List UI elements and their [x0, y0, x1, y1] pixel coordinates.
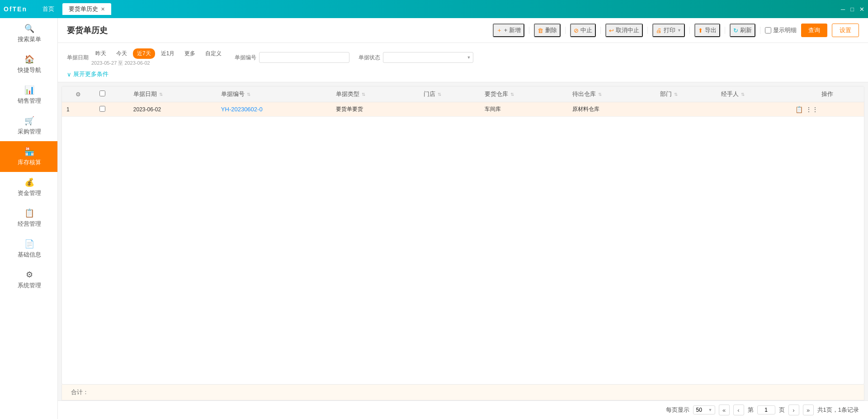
quick-nav-icon: 🏠 — [24, 54, 34, 64]
inventory-icon: 🏪 — [24, 147, 34, 157]
column-settings-icon[interactable]: ⚙ — [75, 91, 81, 98]
th-doc-no[interactable]: 单据编号 ⇅ — [217, 86, 331, 102]
edit-action-icon[interactable]: ⋮⋮ — [806, 106, 818, 113]
expand-more-btn[interactable]: ∨ 展开更多条件 — [67, 70, 859, 78]
doc-status-select[interactable] — [383, 52, 473, 63]
th-date[interactable]: 单据日期 ⇅ — [129, 86, 217, 102]
sidebar-item-basic-info[interactable]: 📄 基础信息 — [0, 233, 57, 264]
sort-date-icon: ⇅ — [159, 92, 163, 97]
sidebar-item-inventory[interactable]: 🏪 库存核算 — [0, 141, 57, 172]
doc-number-filter: 单据编号 — [235, 52, 349, 63]
show-detail-toggle[interactable]: 显示明细 — [765, 26, 797, 34]
sidebar: 🔍 搜索菜单 🏠 快捷导航 📊 销售管理 🛒 采购管理 🏪 库存核算 💰 资金管… — [0, 18, 58, 419]
date-filter-btns: 昨天 今天 近7天 近1月 更多 自定义 — [91, 48, 226, 59]
refresh-icon: ↻ — [733, 27, 738, 34]
cell-date: 2023-06-02 — [129, 102, 217, 117]
new-button[interactable]: ＋ + 新增 — [493, 24, 524, 37]
page-suffix: 页 — [779, 406, 785, 414]
cell-store — [419, 102, 480, 117]
sales-icon: 📊 — [24, 85, 34, 95]
delete-button[interactable]: 🗑 删除 — [534, 24, 561, 37]
sidebar-item-purchase[interactable]: 🛒 采购管理 — [0, 110, 57, 141]
page-size-select[interactable]: 10 20 50 100 — [693, 405, 715, 414]
refresh-button[interactable]: ↻ 刷新 — [730, 24, 755, 37]
data-table: ⚙ 单据日期 ⇅ 单据编号 ⇅ — [62, 86, 864, 117]
cell-index: 1 — [62, 102, 95, 117]
table-header-row: ⚙ 单据日期 ⇅ 单据编号 ⇅ — [62, 86, 864, 102]
doc-no-link[interactable]: YH-20230602-0 — [221, 106, 263, 113]
view-action-icon[interactable]: 📋 — [795, 106, 803, 113]
query-button[interactable]: 查询 — [801, 24, 827, 37]
close-button[interactable]: ✕ — [859, 6, 864, 13]
summary-label: 合计： — [71, 389, 89, 395]
tab-home[interactable]: 首页 — [36, 3, 61, 15]
maximize-button[interactable]: □ — [850, 6, 854, 13]
date-yesterday-btn[interactable]: 昨天 — [91, 48, 110, 59]
page-size-wrapper: 10 20 50 100 — [693, 405, 715, 414]
cancel-stop-button[interactable]: ↩ 取消中止 — [605, 24, 643, 37]
doc-number-input[interactable] — [259, 52, 349, 63]
sidebar-item-search-menu[interactable]: 🔍 搜索菜单 — [0, 18, 57, 49]
date-filter-label: 单据日期 — [67, 54, 89, 62]
cell-doc-type: 要货单要货 — [331, 102, 419, 117]
table-wrapper: ⚙ 单据日期 ⇅ 单据编号 ⇅ — [61, 86, 864, 385]
date-1month-btn[interactable]: 近1月 — [157, 48, 179, 59]
cell-dept — [656, 102, 717, 117]
doc-status-label: 单据状态 — [359, 54, 380, 62]
main-layout: 🔍 搜索菜单 🏠 快捷导航 📊 销售管理 🛒 采购管理 🏪 库存核算 💰 资金管… — [0, 18, 868, 419]
show-detail-checkbox[interactable] — [765, 27, 771, 33]
date-7days-btn[interactable]: 近7天 — [133, 48, 155, 59]
settings-button[interactable]: 设置 — [832, 24, 859, 37]
page-next-btn[interactable]: › — [788, 405, 799, 415]
page-prev-btn[interactable]: ‹ — [733, 405, 744, 415]
th-req-warehouse[interactable]: 要货仓库 ⇅ — [480, 86, 568, 102]
stop-icon: ⊘ — [574, 27, 579, 34]
page-label: 第 — [748, 406, 754, 414]
finance-icon: 💰 — [24, 177, 34, 187]
page-size-label: 每页显示 — [666, 406, 689, 414]
date-custom-btn[interactable]: 自定义 — [201, 48, 226, 59]
row-checkbox[interactable] — [99, 106, 105, 112]
th-handler[interactable]: 经手人 ⇅ — [717, 86, 791, 102]
content-area: 要货单历史 ＋ + 新增 🗑 删除 ⊘ 中止 ↩ — [58, 18, 868, 419]
cell-actions: 📋 ⋮⋮ — [791, 102, 864, 117]
cell-req-warehouse: 车间库 — [480, 102, 568, 117]
cell-doc-no: YH-20230602-0 — [217, 102, 331, 117]
search-menu-icon: 🔍 — [24, 24, 34, 33]
print-button[interactable]: 🖨 打印 ▼ — [652, 24, 685, 37]
filter-bar: 单据日期 昨天 今天 近7天 近1月 更多 自定义 2023-05-27 至 2… — [58, 43, 868, 82]
sort-pending-warehouse-icon: ⇅ — [598, 92, 602, 97]
th-pending-warehouse[interactable]: 待出仓库 ⇅ — [568, 86, 656, 102]
sort-dept-icon: ⇅ — [674, 92, 678, 97]
page-header: 要货单历史 ＋ + 新增 🗑 删除 ⊘ 中止 ↩ — [58, 18, 868, 43]
th-store[interactable]: 门店 ⇅ — [419, 86, 480, 102]
date-range-text: 2023-05-27 至 2023-06-02 — [91, 60, 226, 67]
sidebar-item-finance[interactable]: 💰 资金管理 — [0, 172, 57, 203]
th-checkbox — [95, 86, 129, 102]
sidebar-item-sales[interactable]: 📊 销售管理 — [0, 80, 57, 110]
page-number-input[interactable] — [757, 405, 775, 414]
minimize-button[interactable]: ─ — [841, 6, 845, 13]
date-filter-item: 单据日期 昨天 今天 近7天 近1月 更多 自定义 2023-05-27 至 2… — [67, 48, 226, 67]
date-more-btn[interactable]: 更多 — [180, 48, 199, 59]
export-button[interactable]: ⬆ 导出 — [694, 24, 720, 37]
select-all-checkbox[interactable] — [99, 90, 105, 96]
date-today-btn[interactable]: 今天 — [112, 48, 131, 59]
sidebar-item-quick-nav[interactable]: 🏠 快捷导航 — [0, 49, 57, 80]
cancel-stop-icon: ↩ — [609, 27, 614, 34]
summary-bar: 合计： — [61, 385, 864, 400]
page-last-btn[interactable]: » — [803, 405, 814, 415]
tab-close-icon[interactable]: ✕ — [101, 6, 105, 12]
th-doc-type[interactable]: 单据类型 ⇅ — [331, 86, 419, 102]
cell-pending-warehouse: 原材料仓库 — [568, 102, 656, 117]
sidebar-item-system[interactable]: ⚙ 系统管理 — [0, 264, 57, 295]
page-first-btn[interactable]: « — [719, 405, 730, 415]
th-settings[interactable]: ⚙ — [62, 86, 95, 102]
table-row: 1 2023-06-02 YH-20230602-0 要货单要货 车间库 原材料… — [62, 102, 864, 117]
sidebar-item-operations[interactable]: 📋 经营管理 — [0, 203, 57, 233]
sort-req-warehouse-icon: ⇅ — [510, 92, 514, 97]
th-dept[interactable]: 部门 ⇅ — [656, 86, 717, 102]
tab-requisition-history[interactable]: 要货单历史 ✕ — [62, 3, 111, 15]
new-icon: ＋ — [496, 26, 502, 34]
stop-button[interactable]: ⊘ 中止 — [570, 24, 596, 37]
